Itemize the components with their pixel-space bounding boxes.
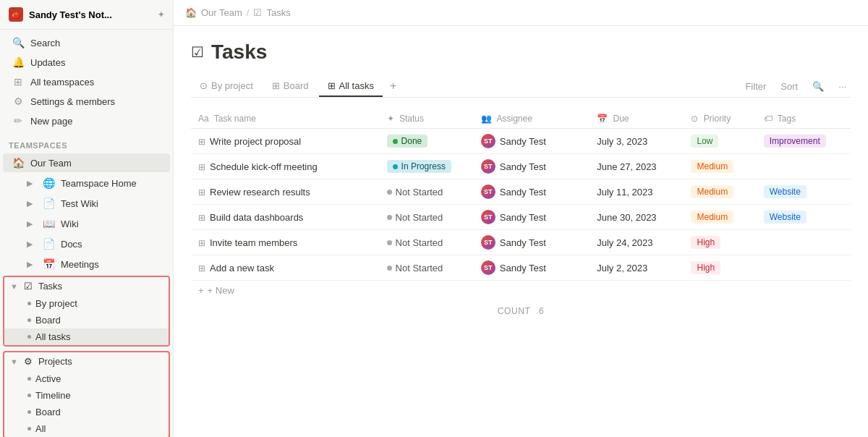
sidebar-item-docs[interactable]: ▶ 📄 Docs	[3, 234, 170, 253]
due-date: June 27, 2023	[590, 154, 684, 179]
sidebar-item-test-wiki[interactable]: ▶ 📄 Test Wiki	[3, 194, 170, 213]
sidebar-item-search[interactable]: 🔍 Search	[3, 33, 170, 52]
assignee-name: Sandy Test	[500, 161, 546, 172]
tab-by-project[interactable]: ⊙ By project	[191, 76, 262, 97]
assignee-name: Sandy Test	[500, 263, 546, 273]
priority-badge: High	[691, 236, 720, 249]
col-priority: ⊙ Priority	[684, 109, 756, 129]
task-name: Write project proposal	[210, 136, 301, 147]
dot-icon	[27, 377, 31, 381]
tasks-chevron-icon: ▼	[10, 282, 18, 291]
tab-board[interactable]: ⊞ Board	[263, 76, 318, 97]
assignee-cell: STSandy Test	[481, 159, 582, 174]
sidebar-item-label: Updates	[30, 57, 65, 68]
search-button[interactable]: 🔍	[808, 80, 828, 93]
wiki-expand-icon: ▶	[23, 219, 36, 229]
sidebar-subitem-label: Active	[35, 373, 61, 384]
meetings-expand-icon: ▶	[23, 260, 36, 269]
breadcrumb-page-icon: ☑	[253, 7, 262, 18]
workspace-header[interactable]: 🍅 Sandy Test's Not... ✦	[0, 0, 173, 30]
meetings-icon: 📅	[42, 258, 55, 270]
table-row[interactable]: ⊞Review research resultsNot StartedSTSan…	[191, 179, 851, 205]
avatar: ST	[481, 134, 495, 148]
sidebar-subitem-all-tasks[interactable]: All tasks	[4, 328, 169, 345]
tabs-row: ⊙ By project ⊞ Board ⊞ All tasks + Filte…	[191, 75, 851, 98]
priority-badge: Medium	[691, 160, 733, 173]
sidebar-subitem-timeline[interactable]: Timeline	[4, 387, 169, 404]
due-date: July 2, 2023	[590, 255, 684, 281]
sidebar-group-tasks[interactable]: ▼ ☑ Tasks	[4, 277, 169, 295]
page-title-icon: ☑	[191, 43, 204, 61]
sidebar-subitem-active[interactable]: Active	[4, 370, 169, 387]
sidebar-item-label: Teamspace Home	[61, 178, 137, 189]
status-badge: Not Started	[387, 263, 443, 273]
due-date: June 30, 2023	[590, 205, 684, 230]
assignee-cell: STSandy Test	[481, 235, 582, 250]
sidebar-item-label: Wiki	[61, 218, 79, 229]
task-name: Review research results	[210, 187, 310, 198]
sidebar-item-updates[interactable]: 🔔 Updates	[3, 53, 170, 72]
table-row[interactable]: ⊞Schedule kick-off meetingIn ProgressSTS…	[191, 154, 851, 179]
tab-add-button[interactable]: +	[384, 75, 402, 97]
status-badge: Not Started	[387, 187, 443, 198]
col-task-name: Aa Task name	[191, 109, 380, 129]
table-row[interactable]: ⊞Write project proposalDoneSTSandy TestJ…	[191, 129, 851, 154]
status-badge: Done	[387, 135, 428, 148]
tab-all-tasks[interactable]: ⊞ All tasks	[319, 76, 383, 97]
assignee-name: Sandy Test	[500, 187, 546, 198]
task-name: Add a new task	[210, 263, 274, 273]
col-tags: 🏷 Tags	[757, 109, 851, 129]
docs-expand-icon: ▶	[23, 239, 36, 249]
tab-actions: Filter Sort 🔍 ···	[741, 80, 851, 93]
sidebar-item-label: Search	[30, 38, 60, 48]
workspace-icon: 🍅	[9, 7, 23, 22]
wiki-icon: 📖	[42, 218, 55, 229]
sidebar-subitem-label: By project	[35, 298, 77, 309]
more-options-button[interactable]: ···	[834, 80, 851, 93]
priority-badge: High	[691, 261, 720, 274]
breadcrumb-team: Our Team	[201, 7, 242, 18]
status-badge: Not Started	[387, 237, 443, 248]
test-wiki-icon: 📄	[42, 198, 55, 209]
sidebar-subitem-by-project[interactable]: By project	[4, 295, 169, 312]
sidebar-item-all-teamspaces[interactable]: ⊞ All teamspaces	[3, 72, 170, 91]
sidebar-subitem-board-proj[interactable]: Board	[4, 404, 169, 420]
sidebar-group-projects[interactable]: ▼ ⚙ Projects	[4, 352, 169, 370]
breadcrumb-home-icon: 🏠	[185, 7, 197, 18]
sidebar-subitem-board[interactable]: Board	[4, 312, 169, 328]
sidebar-item-new-page[interactable]: ✏ New page	[3, 111, 170, 130]
filter-button[interactable]: Filter	[741, 80, 770, 93]
assignee-cell: STSandy Test	[481, 260, 582, 275]
sort-button[interactable]: Sort	[776, 80, 802, 93]
sidebar-subitem-label: All tasks	[35, 331, 70, 342]
task-name: Schedule kick-off meeting	[210, 161, 318, 172]
page-title: Tasks	[211, 41, 267, 64]
docs-icon: 📄	[42, 238, 55, 250]
priority-badge: Medium	[691, 211, 733, 224]
table-row[interactable]: ⊞Invite team membersNot StartedSTSandy T…	[191, 230, 851, 255]
sidebar-subitem-label: Timeline	[35, 390, 71, 401]
sidebar-item-wiki[interactable]: ▶ 📖 Wiki	[3, 214, 170, 233]
updates-icon: 🔔	[12, 56, 25, 68]
sidebar-item-our-team[interactable]: 🏠 Our Team	[3, 153, 170, 172]
sidebar: 🍅 Sandy Test's Not... ✦ 🔍 Search 🔔 Updat…	[0, 0, 174, 437]
sidebar-item-teamspace-home[interactable]: ▶ 🌐 Teamspace Home	[3, 174, 170, 192]
tag-badge: Improvement	[764, 135, 826, 148]
task-table: Aa Task name ✦ Status 👥 Assignee 📅 Due	[191, 109, 851, 281]
breadcrumb-page: Tasks	[266, 7, 290, 18]
sidebar-subitem-label: All	[35, 423, 46, 434]
tag-badge: Website	[764, 211, 807, 224]
table-row[interactable]: ⊞Build data dashboardsNot StartedSTSandy…	[191, 205, 851, 230]
dot-icon	[27, 394, 31, 397]
task-row-icon: ⊞	[198, 238, 205, 248]
sidebar-subitem-all-proj[interactable]: All	[4, 420, 169, 437]
due-date: July 11, 2023	[590, 179, 684, 205]
col-status: ✦ Status	[380, 109, 474, 129]
page-title-row: ☑ Tasks	[191, 41, 851, 64]
teamspaces-label: Teamspaces	[0, 134, 173, 153]
new-task-button[interactable]: + + New	[191, 281, 851, 300]
sidebar-item-meetings[interactable]: ▶ 📅 Meetings	[3, 255, 170, 273]
sidebar-item-settings[interactable]: ⚙ Settings & members	[3, 92, 170, 111]
table-row[interactable]: ⊞Add a new taskNot StartedSTSandy TestJu…	[191, 255, 851, 281]
tab-by-project-icon: ⊙	[200, 80, 208, 91]
